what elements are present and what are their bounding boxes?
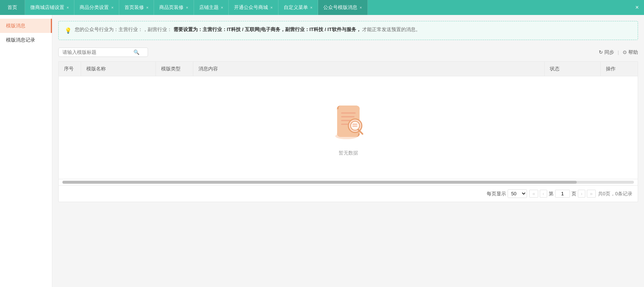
prev-page-button[interactable]: ‹ [540, 190, 547, 198]
first-page-button[interactable]: « [529, 190, 538, 198]
empty-state: 暂无数据 [58, 76, 638, 179]
per-page-dropdown[interactable]: 50 10 20 100 [508, 189, 527, 198]
page-unit-label: 页 [571, 190, 576, 197]
nav-tab-home[interactable]: 首页 [0, 0, 25, 15]
open-mall-label: 开通公众号商城 [234, 4, 268, 11]
info-banner-highlight: 需要设置为：主营行业：IT科技 / 互联网|电子商务，副营行业：IT科技 / I… [173, 27, 361, 32]
per-page-label: 每页显示 [487, 190, 506, 197]
close-custom-menu[interactable]: × [310, 5, 312, 10]
nav-tab-shop-theme[interactable]: 店铺主题 × [194, 0, 229, 15]
per-page-select[interactable]: 每页显示 50 10 20 100 [487, 189, 527, 198]
nav-tab-shop-settings[interactable]: 微商城店铺设置 × [25, 0, 74, 15]
pagination-row: 每页显示 50 10 20 100 « ‹ 第 页 › » 共0页，0条记录 [58, 186, 638, 202]
sync-button[interactable]: ↻ 同步 [599, 49, 614, 56]
help-icon: ⊙ [623, 49, 627, 55]
horizontal-scrollbar[interactable] [62, 181, 634, 184]
info-banner-text: 您的公众号行业为：主营行业：，副营行业： 需要设置为：主营行业：IT科技 / 互… [75, 26, 420, 34]
col-type: 模版类型 [156, 62, 193, 76]
sync-icon: ↻ [599, 49, 603, 55]
col-index: 序号 [59, 62, 81, 76]
template-table: 序号 模版名称 模版类型 消息内容 状态 操作 [58, 61, 638, 76]
close-shop-theme[interactable]: × [221, 5, 223, 10]
close-all-tabs-button[interactable]: × [630, 0, 644, 15]
search-row: 🔍 ↻ 同步 | ⊙ 帮助 [58, 48, 638, 57]
empty-illustration [326, 99, 371, 144]
nav-tab-category-settings[interactable]: 商品分类设置 × [74, 0, 119, 15]
main-content: 💡 您的公众号行业为：主营行业：，副营行业： 需要设置为：主营行业：IT科技 /… [52, 15, 644, 287]
close-shop-settings[interactable]: × [67, 5, 69, 10]
last-page-button[interactable]: » [587, 190, 595, 198]
close-category-settings[interactable]: × [111, 5, 113, 10]
top-navigation: 首页 微商城店铺设置 × 商品分类设置 × 首页装修 × 商品页装修 × 店铺主… [0, 0, 644, 15]
scroll-bar-area[interactable] [58, 179, 638, 186]
close-home-decor[interactable]: × [146, 5, 148, 10]
bulb-icon: 💡 [65, 26, 72, 35]
sidebar-item-template-msg[interactable]: 模版消息 [0, 19, 52, 33]
nav-tab-custom-menu[interactable]: 自定义菜单 × [278, 0, 318, 15]
col-name: 模版名称 [81, 62, 156, 76]
nav-tab-template-msg[interactable]: 公众号模版消息 × [318, 0, 367, 15]
scrollbar-thumb[interactable] [62, 181, 577, 184]
table-header: 序号 模版名称 模版类型 消息内容 状态 操作 [59, 62, 638, 76]
main-layout: 模版消息 模版消息记录 💡 您的公众号行业为：主营行业：，副营行业： 需要设置为… [0, 15, 644, 287]
col-action: 操作 [601, 62, 638, 76]
home-decor-label: 首页装修 [124, 4, 144, 11]
close-template-msg[interactable]: × [360, 5, 362, 10]
total-info: 共0页，0条记录 [598, 190, 632, 197]
page-number-input[interactable] [555, 190, 570, 198]
toolbar-divider: | [618, 49, 619, 55]
search-input[interactable] [62, 49, 133, 55]
search-icon[interactable]: 🔍 [133, 49, 139, 55]
shop-settings-label: 微商城店铺设置 [30, 4, 64, 11]
sidebar: 模版消息 模版消息记录 [0, 15, 52, 287]
col-content: 消息内容 [193, 62, 545, 76]
nav-tab-open-mall[interactable]: 开通公众号商城 × [229, 0, 278, 15]
custom-menu-label: 自定义菜单 [284, 4, 308, 11]
nav-tab-home-decor[interactable]: 首页装修 × [119, 0, 154, 15]
sidebar-item-template-msg-record[interactable]: 模版消息记录 [0, 33, 52, 47]
empty-text: 暂无数据 [339, 150, 358, 156]
shop-theme-label: 店铺主题 [199, 4, 219, 11]
page-navigation: « ‹ 第 页 › » [529, 190, 595, 198]
toolbar-right: ↻ 同步 | ⊙ 帮助 [599, 49, 638, 56]
col-status: 状态 [545, 62, 601, 76]
page-prefix-label: 第 [549, 190, 554, 197]
category-settings-label: 商品分类设置 [80, 4, 109, 11]
next-page-button[interactable]: › [578, 190, 585, 198]
search-input-wrap[interactable]: 🔍 [58, 48, 148, 57]
info-banner: 💡 您的公众号行业为：主营行业：，副营行业： 需要设置为：主营行业：IT科技 /… [58, 21, 638, 40]
home-tab-label: 首页 [7, 4, 17, 11]
template-msg-label: 公众号模版消息 [323, 4, 357, 11]
help-button[interactable]: ⊙ 帮助 [623, 49, 638, 56]
nav-tab-product-decor[interactable]: 商品页装修 × [154, 0, 194, 15]
close-open-mall[interactable]: × [270, 5, 272, 10]
product-decor-label: 商品页装修 [159, 4, 184, 11]
close-product-decor[interactable]: × [186, 5, 188, 10]
